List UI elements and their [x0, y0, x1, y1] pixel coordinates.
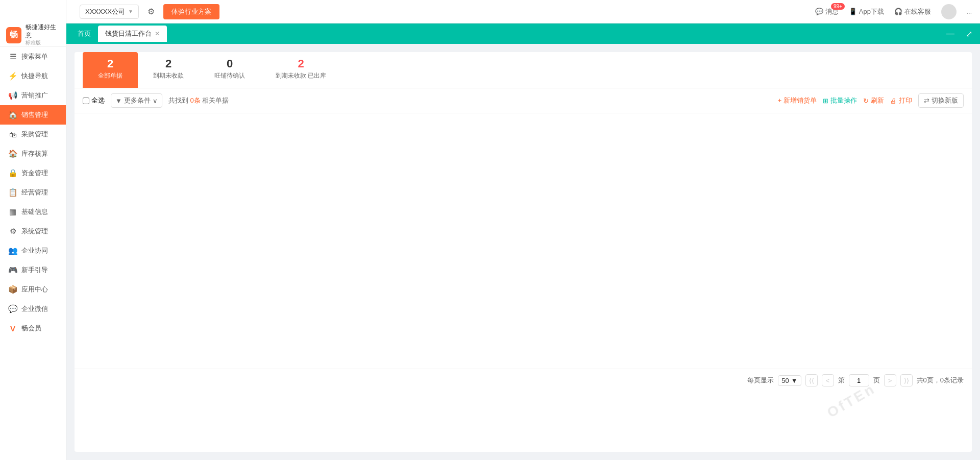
- sidebar-item-quick-nav[interactable]: ⚡ 快捷导航: [0, 66, 66, 86]
- company-dropdown-arrow: ▼: [128, 9, 133, 14]
- search-menu-icon: ☰: [8, 52, 17, 61]
- sidebar-item-wechat[interactable]: 💬 企业微信: [0, 299, 66, 319]
- content-panel: 2 全部单据 2 到期未收款 0 旺铺待确认 2 到期未收款 已出库 全选: [75, 52, 972, 452]
- logo-sub: 标准版: [26, 39, 60, 46]
- found-text: 共找到 0条 相关单据: [168, 96, 229, 105]
- message-badge: 99+: [831, 3, 845, 10]
- switch-version-button[interactable]: ⇄ 切换新版: [918, 93, 964, 108]
- sidebar-item-collab[interactable]: 👥 企业协同: [0, 241, 66, 260]
- basic-info-icon: ▦: [8, 207, 17, 216]
- trial-button[interactable]: 体验行业方案: [163, 4, 219, 19]
- message-action[interactable]: 💬 消息 99+: [815, 7, 839, 16]
- avatar[interactable]: [941, 4, 957, 19]
- select-all-checkbox[interactable]: 全选: [83, 96, 105, 105]
- select-all-label: 全选: [91, 96, 105, 105]
- sidebar: 畅 畅捷通好生意 标准版 ☰ 搜索菜单 ⚡ 快捷导航 📢 营销推广 🏠 销售管理…: [0, 0, 66, 460]
- found-count: 0条: [190, 96, 201, 104]
- settings-icon[interactable]: ⚙: [143, 4, 159, 20]
- logo-icon: 畅: [6, 27, 21, 43]
- stat-label-all: 全部单据: [98, 71, 122, 80]
- tab-bar: 首页 钱货日清工作台 ✕ — ⤢: [66, 23, 980, 44]
- select-all-input[interactable]: [83, 98, 89, 104]
- refresh-button[interactable]: ↻ 刷新: [863, 96, 884, 105]
- sidebar-item-guide[interactable]: 🎮 新手引导: [0, 260, 66, 280]
- stat-num-outbound: 2: [298, 58, 304, 69]
- batch-icon: ⊞: [823, 97, 828, 105]
- stat-tab-all[interactable]: 2 全部单据: [83, 52, 138, 88]
- user-name: ...: [967, 8, 972, 15]
- stat-tab-wangpu[interactable]: 0 旺铺待确认: [199, 52, 260, 88]
- inventory-icon: 🏠: [8, 149, 17, 158]
- add-sales-order-button[interactable]: + 新增销货单: [778, 96, 817, 105]
- per-page-select[interactable]: 50 ▼: [778, 375, 801, 386]
- sidebar-item-purchase[interactable]: 🛍 采购管理: [0, 125, 66, 144]
- prev-page-button[interactable]: <: [822, 374, 834, 386]
- stat-num-overdue: 2: [165, 58, 172, 69]
- sidebar-item-marketing[interactable]: 📢 营销推广: [0, 86, 66, 105]
- total-info: 共0页，0条记录: [917, 376, 964, 385]
- filter-arrow-icon: ∨: [153, 97, 158, 105]
- online-service-action[interactable]: 🎧 在线客服: [894, 7, 931, 16]
- header-right: 💬 消息 99+ 📱 App下载 🎧 在线客服 ...: [815, 4, 972, 19]
- print-button[interactable]: 🖨 打印: [890, 96, 912, 105]
- print-icon: 🖨: [890, 97, 897, 105]
- wechat-icon: 💬: [8, 304, 17, 313]
- top-header: 畅 畅捷通好生意 标准版 ☰ 搜索菜单 ⚡ 快捷导航 📢 营销推广 🏠 销售管理…: [0, 0, 980, 23]
- operation-icon: 📋: [8, 188, 17, 197]
- filter-label: 更多条件: [124, 96, 151, 105]
- refresh-icon: ↻: [863, 97, 869, 105]
- tab-close-icon[interactable]: ✕: [155, 30, 160, 37]
- sidebar-item-member[interactable]: V 畅会员: [0, 319, 66, 338]
- app-download-icon: 📱: [849, 8, 857, 15]
- sidebar-item-search-menu[interactable]: ☰ 搜索菜单: [0, 47, 66, 66]
- stat-label-wangpu: 旺铺待确认: [214, 71, 245, 80]
- tab-home[interactable]: 首页: [70, 26, 98, 42]
- sidebar-item-basic-info[interactable]: ▦ 基础信息: [0, 202, 66, 222]
- sales-icon: 🏠: [8, 110, 17, 119]
- next-page-button[interactable]: >: [884, 374, 896, 386]
- sidebar-item-app-center[interactable]: 📦 应用中心: [0, 280, 66, 299]
- sidebar-item-sales[interactable]: 🏠 销售管理: [0, 105, 66, 125]
- first-page-button[interactable]: ⟨⟨: [805, 374, 818, 386]
- online-service-icon: 🎧: [894, 8, 902, 15]
- system-icon: ⚙: [8, 227, 17, 236]
- logo-area: 畅 畅捷通好生意 标准版: [0, 23, 66, 47]
- tab-bar-actions: — ⤢: [943, 27, 976, 41]
- stat-label-overdue: 到期未收款: [153, 71, 184, 80]
- page-suffix-label: 页: [873, 376, 880, 385]
- quick-nav-icon: ⚡: [8, 71, 17, 81]
- app-download-action[interactable]: 📱 App下载: [849, 7, 884, 16]
- stat-tab-overdue[interactable]: 2 到期未收款: [138, 52, 199, 88]
- more-filter-button[interactable]: ▼ 更多条件 ∨: [111, 93, 162, 108]
- stat-num-wangpu: 0: [227, 58, 233, 69]
- stat-label-outbound: 到期未收款 已出库: [276, 71, 326, 80]
- company-selector[interactable]: XXXXXX公司 ▼: [80, 5, 139, 19]
- main-content: 2 全部单据 2 到期未收款 0 旺铺待确认 2 到期未收款 已出库 全选: [66, 44, 980, 460]
- tab-maximize-icon[interactable]: ⤢: [962, 27, 976, 41]
- stat-tab-outbound[interactable]: 2 到期未收款 已出库: [260, 52, 341, 88]
- filter-icon: ▼: [115, 97, 122, 105]
- page-number-input[interactable]: [849, 374, 869, 386]
- empty-data-area: [75, 113, 972, 369]
- per-page-label: 每页显示: [747, 376, 774, 385]
- sidebar-item-inventory[interactable]: 🏠 库存核算: [0, 144, 66, 163]
- guide-icon: 🎮: [8, 265, 17, 275]
- sidebar-item-system[interactable]: ⚙ 系统管理: [0, 222, 66, 241]
- per-page-dropdown-icon: ▼: [791, 377, 798, 384]
- tab-work-bench[interactable]: 钱货日清工作台 ✕: [98, 26, 167, 42]
- app-download-label: App下载: [859, 7, 884, 16]
- sidebar-item-operation[interactable]: 📋 经营管理: [0, 183, 66, 202]
- online-service-label: 在线客服: [904, 7, 931, 16]
- page-first-label: 第: [838, 376, 845, 385]
- batch-operation-button[interactable]: ⊞ 批量操作: [823, 96, 857, 105]
- toolbar: 全选 ▼ 更多条件 ∨ 共找到 0条 相关单据 + 新增销货单 ⊞ 批量操作 ↻: [75, 88, 972, 113]
- purchase-icon: 🛍: [8, 130, 17, 139]
- app-center-icon: 📦: [8, 285, 17, 294]
- stat-num-all: 2: [107, 58, 113, 69]
- tab-minimize-icon[interactable]: —: [943, 27, 958, 41]
- switch-icon: ⇄: [924, 97, 929, 105]
- sidebar-item-finance[interactable]: 🔒 资金管理: [0, 163, 66, 183]
- finance-icon: 🔒: [8, 168, 17, 178]
- last-page-button[interactable]: ⟩⟩: [900, 374, 913, 386]
- logo-text: 畅捷通好生意: [26, 23, 60, 39]
